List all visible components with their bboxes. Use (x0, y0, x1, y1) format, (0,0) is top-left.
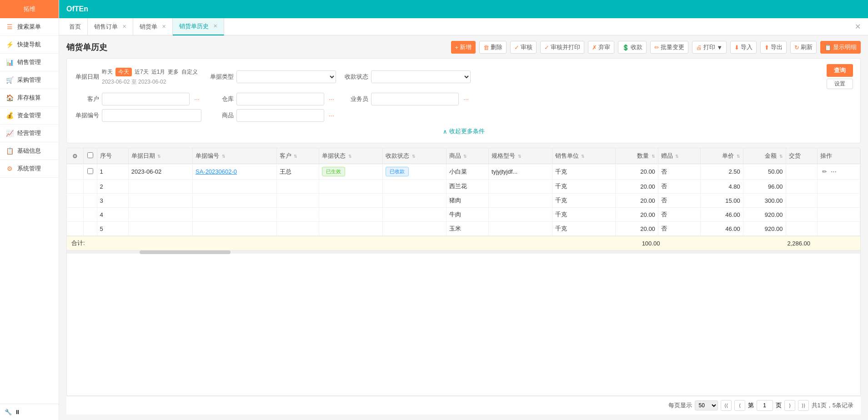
filter-doc-no-item: 单据编号 (74, 109, 201, 122)
horizontal-scrollbar[interactable] (67, 250, 860, 254)
audit-print-button[interactable]: ✓ 审核并打印 (540, 41, 584, 54)
query-button[interactable]: 查询 (827, 64, 853, 77)
goods-dots-icon[interactable]: ··· (327, 112, 336, 119)
col-delivery: 交货 (786, 148, 817, 164)
row-doc-date (128, 222, 192, 236)
filter-warehouse-input[interactable] (236, 93, 324, 105)
tab-sales-history-close[interactable]: ✕ (213, 23, 217, 29)
filter-panel: 单据日期 昨天 今天 近7天 近1月 更多 自定义 2023-06-02 至 2… (66, 58, 861, 143)
sidebar-item-system[interactable]: ⚙ 系统管理 (0, 160, 59, 178)
shortcut-yesterday[interactable]: 昨天 (102, 68, 113, 76)
sidebar-item-purchase-mgmt[interactable]: 🛒 采购管理 (0, 71, 59, 89)
table-row: 1 2023-06-02 SA-20230602-0 王总 已生效 已收款 小白… (67, 164, 860, 180)
close-all-tabs-button[interactable]: ✕ (851, 22, 864, 31)
audit-button[interactable]: ✓ 审核 (510, 41, 537, 54)
scrollbar-thumb[interactable] (140, 250, 231, 254)
batch-change-icon: ✏ (654, 44, 659, 51)
filter-doc-type-select[interactable] (236, 70, 336, 83)
total-info: 共1页，5条记录 (812, 401, 853, 410)
row-checkbox[interactable] (87, 168, 93, 174)
row-amount: 920.00 (743, 208, 786, 222)
col-goods[interactable]: 商品 ⇅ (446, 148, 488, 164)
col-doc-no[interactable]: 单据编号 ⇅ (192, 148, 276, 164)
shortcut-custom[interactable]: 自定义 (181, 68, 198, 76)
page-number-input[interactable] (757, 400, 773, 411)
tab-sales-order[interactable]: 销售订单 ✕ (88, 18, 133, 35)
sidebar-item-operations[interactable]: 📈 经营管理 (0, 125, 59, 142)
import-button[interactable]: ⬇ 导入 (730, 41, 757, 54)
col-customer[interactable]: 客户 ⇅ (276, 148, 319, 164)
row-check-cell[interactable] (83, 208, 97, 222)
print-button[interactable]: 🖨 打印 ▼ (692, 41, 727, 54)
row-doc-no: SA-20230602-0 (192, 164, 276, 180)
delete-button[interactable]: 🗑 删除 (479, 41, 507, 54)
col-spec[interactable]: 规格型号 ⇅ (489, 148, 552, 164)
shortcut-today[interactable]: 今天 (115, 68, 132, 76)
collapse-button[interactable]: ∧ 收起更多条件 (441, 125, 487, 137)
sort-doc-status-icon: ⇅ (348, 154, 352, 159)
sidebar-item-inventory[interactable]: 🏠 库存核算 (0, 89, 59, 107)
edit-action-button[interactable]: ✏ (820, 167, 829, 176)
col-no: 序号 (97, 148, 128, 164)
col-unit[interactable]: 销售单位 ⇅ (552, 148, 616, 164)
new-button[interactable]: + 新增 (451, 41, 476, 54)
tab-home[interactable]: 首页 (63, 18, 88, 35)
page-label-prefix: 第 (748, 401, 754, 410)
sidebar-bottom-icon1[interactable]: 🔧 (5, 409, 12, 415)
sidebar-item-sales-mgmt[interactable]: 📊 销售管理 (0, 54, 59, 71)
filter-doc-no-input[interactable] (102, 109, 201, 122)
col-doc-status[interactable]: 单据状态 ⇅ (319, 148, 383, 164)
show-detail-button[interactable]: 📋 显示明细 (820, 41, 861, 54)
filter-payment-status-select[interactable] (371, 70, 471, 83)
page-size-select[interactable]: 50 100 200 (695, 400, 718, 410)
collect-button[interactable]: 💲 收款 (618, 41, 647, 54)
filter-salesperson-label: 业务员 (343, 95, 368, 103)
col-qty[interactable]: 数量 ⇅ (616, 148, 658, 164)
sidebar-item-finance[interactable]: 💰 资金管理 (0, 107, 59, 125)
col-price[interactable]: 单价 ⇅ (701, 148, 743, 164)
tab-sales-delivery[interactable]: 销货单 ✕ (133, 18, 173, 35)
row-check-cell[interactable] (83, 222, 97, 236)
last-page-button[interactable]: ⟩⟩ (798, 400, 809, 411)
col-amount[interactable]: 金额 ⇅ (743, 148, 786, 164)
salesperson-dots-icon[interactable]: ··· (462, 95, 471, 103)
filter-row-2: 客户 ··· 仓库 ··· 业务员 ··· (74, 93, 853, 105)
tab-sales-history[interactable]: 销货单历史 ✕ (173, 18, 224, 35)
settings-button[interactable]: 设置 (827, 79, 853, 89)
row-check-cell[interactable] (83, 164, 97, 180)
row-price: 46.00 (701, 222, 743, 236)
shortcut-more[interactable]: 更多 (168, 68, 179, 76)
filter-salesperson-input[interactable] (371, 93, 459, 105)
col-gift[interactable]: 赠品 ⇅ (658, 148, 700, 164)
row-check-cell[interactable] (83, 194, 97, 208)
col-pay-status[interactable]: 收款状态 ⇅ (382, 148, 446, 164)
sidebar-item-quick-nav[interactable]: ⚡ 快捷导航 (0, 36, 59, 54)
refresh-button[interactable]: ↻ 刷新 (790, 41, 817, 54)
batch-change-button[interactable]: ✏ 批量变更 (650, 41, 688, 54)
doc-no-link[interactable]: SA-20230602-0 (196, 168, 237, 175)
sidebar-item-basic-info[interactable]: 📋 基础信息 (0, 142, 59, 160)
tab-sales-delivery-close[interactable]: ✕ (162, 24, 166, 30)
abandon-button[interactable]: ✗ 弃审 (588, 41, 614, 54)
app-header: OfTEn (59, 0, 868, 18)
shortcut-7days[interactable]: 近7天 (135, 68, 149, 76)
tab-sales-order-close[interactable]: ✕ (122, 24, 126, 30)
export-button[interactable]: ⬆ 导出 (760, 41, 787, 54)
filter-customer-input[interactable] (102, 93, 190, 105)
row-doc-status (319, 208, 383, 222)
prev-page-button[interactable]: ⟨ (734, 400, 745, 411)
row-price: 4.80 (701, 180, 743, 194)
customer-dots-icon[interactable]: ··· (192, 95, 201, 103)
select-all-checkbox[interactable] (87, 152, 93, 158)
sidebar-bottom-icon2[interactable]: ⏸ (15, 409, 20, 415)
filter-goods-input[interactable] (236, 109, 324, 122)
gear-icon[interactable]: ⚙ (72, 153, 78, 160)
shortcut-1month[interactable]: 近1月 (151, 68, 166, 76)
next-page-button[interactable]: ⟩ (784, 400, 795, 411)
more-action-button[interactable]: ⋯ (829, 167, 838, 176)
first-page-button[interactable]: ⟨⟨ (721, 400, 732, 411)
col-doc-date[interactable]: 单据日期 ⇅ (128, 148, 192, 164)
row-check-cell[interactable] (83, 180, 97, 194)
sidebar-item-search-menu[interactable]: ☰ 搜索菜单 (0, 18, 59, 36)
warehouse-dots-icon[interactable]: ··· (327, 95, 336, 103)
